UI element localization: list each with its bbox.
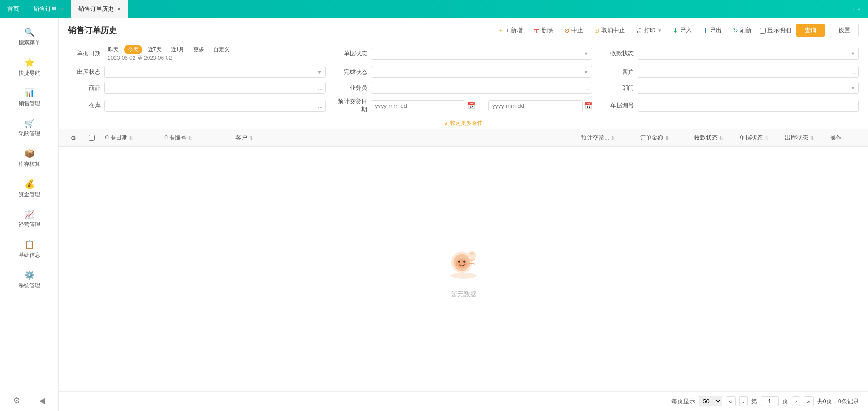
goods-label: 商品 xyxy=(68,84,104,92)
print-label: 打印 xyxy=(644,26,656,34)
date-tab-today[interactable]: 今天 xyxy=(124,45,142,54)
warehouse-dots-button[interactable]: ... xyxy=(317,102,323,109)
table-checkbox-col[interactable] xyxy=(82,129,101,146)
filter-row-3: 商品 ... 业务员 ... 部门 xyxy=(68,82,859,94)
filter-bill-number: 单据编号 xyxy=(601,97,859,114)
export-button[interactable]: ⬆ 导出 xyxy=(700,24,724,36)
sidebar-item-finance[interactable]: 💰 资金管理 xyxy=(0,174,58,204)
tab-sales-order[interactable]: 销售订单 × xyxy=(26,0,71,18)
out-status-select[interactable] xyxy=(104,66,326,78)
out-status-label: 出库状态 xyxy=(68,68,104,76)
sidebar-collapse-icon[interactable]: ◀ xyxy=(39,396,45,406)
cancel-stop-label: 取消中止 xyxy=(601,26,625,34)
inventory-icon: 📦 xyxy=(24,149,34,159)
last-page-button[interactable]: » xyxy=(804,396,813,406)
search-menu-icon: 🔍 xyxy=(24,27,34,37)
th-number-sort-icon[interactable]: ⇅ xyxy=(188,135,192,140)
tab-sales-history[interactable]: 销售订单历史 × xyxy=(71,0,128,18)
minimize-button[interactable]: — xyxy=(841,6,847,13)
topbar: 首页 销售订单 × 销售订单历史 × — □ × xyxy=(0,0,868,18)
tab-home[interactable]: 首页 xyxy=(0,0,26,18)
date-tab-7days[interactable]: 近7天 xyxy=(144,45,165,54)
import-button[interactable]: ⬇ 导入 xyxy=(670,24,695,36)
table-select-all[interactable] xyxy=(89,135,95,141)
date-tab-yesterday[interactable]: 昨天 xyxy=(104,45,122,54)
sidebar-item-purchase[interactable]: 🛒 采购管理 xyxy=(0,113,58,143)
current-page-input[interactable] xyxy=(761,396,779,406)
salesperson-dots-button[interactable]: ... xyxy=(584,84,590,92)
calendar-from-icon[interactable]: 📅 xyxy=(467,102,475,109)
delete-label: 删除 xyxy=(542,26,553,34)
sidebar-item-basic-info[interactable]: 📋 基础信息 xyxy=(0,234,58,265)
receipt-status-select[interactable] xyxy=(638,48,859,60)
calendar-to-icon[interactable]: 📅 xyxy=(585,102,592,109)
bill-status-select[interactable] xyxy=(371,48,592,60)
quick-nav-icon: ⭐ xyxy=(24,58,34,68)
goods-input[interactable] xyxy=(104,82,326,94)
sidebar-item-quick-nav[interactable]: ⭐ 快捷导航 xyxy=(0,52,58,82)
goods-dots-button[interactable]: ... xyxy=(317,84,323,92)
th-customer-label: 客户 xyxy=(235,134,247,142)
delete-button[interactable]: 🗑 删除 xyxy=(531,24,556,36)
settings-button[interactable]: 设置 xyxy=(830,24,859,37)
refresh-button[interactable]: ↻ 刷新 xyxy=(730,24,754,36)
delivery-date-from[interactable] xyxy=(371,100,465,111)
sidebar-item-sales[interactable]: 📊 销售管理 xyxy=(0,82,58,113)
date-tab-custom[interactable]: 自定义 xyxy=(210,45,233,54)
first-page-button[interactable]: « xyxy=(726,396,735,406)
sidebar-settings-icon[interactable]: ⚙ xyxy=(13,396,20,406)
th-payment-sort-icon[interactable]: ⇅ xyxy=(719,135,723,140)
per-page-label: 每页显示 xyxy=(671,397,695,406)
print-button[interactable]: 🖨 打印 ▼ xyxy=(633,24,665,36)
sidebar-item-quick-nav-label: 快捷导航 xyxy=(19,69,40,77)
sidebar-item-system-label: 系统管理 xyxy=(19,282,40,290)
maximize-button[interactable]: □ xyxy=(850,6,854,13)
stop-button[interactable]: ⊘ 中止 xyxy=(561,24,586,36)
date-tab-more[interactable]: 更多 xyxy=(190,45,208,54)
show-detail-label: 显示明细 xyxy=(767,26,791,34)
page-label: 第 xyxy=(751,397,757,406)
th-date-sort-icon[interactable]: ⇅ xyxy=(129,135,133,140)
cancel-stop-button[interactable]: ⊙ 取消中止 xyxy=(591,24,628,36)
bill-number-label: 单据编号 xyxy=(601,102,638,110)
next-page-button[interactable]: › xyxy=(792,396,800,406)
per-page-select[interactable]: 50 10 20 100 xyxy=(699,396,722,406)
salesperson-input-wrapper: ... xyxy=(371,82,592,94)
tab-sales-order-label: 销售订单 xyxy=(34,5,57,13)
prev-page-button[interactable]: ‹ xyxy=(739,396,748,406)
collapse-row[interactable]: ∧ 收起更多条件 xyxy=(68,117,859,127)
warehouse-input[interactable] xyxy=(104,100,326,112)
goods-input-wrapper: ... xyxy=(104,82,326,94)
bill-number-input[interactable] xyxy=(638,100,859,112)
date-tab-1month[interactable]: 近1月 xyxy=(167,45,188,54)
new-button[interactable]: ＋ + 新增 xyxy=(495,24,525,36)
window-close-button[interactable]: × xyxy=(857,6,861,13)
query-button[interactable]: 查询 xyxy=(796,24,825,37)
th-warehouse-sort-icon[interactable]: ⇅ xyxy=(810,135,814,140)
th-delivery: 预计交货... ⇅ xyxy=(577,129,636,146)
salesperson-input[interactable] xyxy=(371,82,592,94)
delivery-date-to[interactable] xyxy=(488,100,583,111)
sidebar-item-inventory[interactable]: 📦 库存核算 xyxy=(0,143,58,174)
show-detail-checkbox[interactable]: 显示明细 xyxy=(760,26,791,34)
complete-status-select[interactable] xyxy=(371,66,592,78)
table-settings-icon[interactable]: ⚙ xyxy=(71,135,76,141)
show-detail-input[interactable] xyxy=(760,28,766,34)
th-customer-sort-icon[interactable]: ⇅ xyxy=(249,135,253,140)
delivery-date-label: 预计交货日期 xyxy=(335,97,371,114)
collapse-label: 收起更多条件 xyxy=(450,119,483,127)
tab-sales-order-close[interactable]: × xyxy=(61,6,64,12)
sidebar-item-system[interactable]: ⚙️ 系统管理 xyxy=(0,265,58,295)
customer-input[interactable] xyxy=(638,66,859,78)
th-status-sort-icon[interactable]: ⇅ xyxy=(765,135,768,140)
sidebar-item-operation[interactable]: 📈 经营管理 xyxy=(0,204,58,234)
tab-sales-history-close[interactable]: × xyxy=(117,6,120,12)
sidebar-item-search-menu[interactable]: 🔍 搜索菜单 xyxy=(0,22,58,52)
th-amount-sort-icon[interactable]: ⇅ xyxy=(665,135,669,140)
bill-date-label: 单据日期 xyxy=(68,49,104,58)
customer-dots-button[interactable]: ... xyxy=(851,68,856,76)
table-settings-col[interactable]: ⚙ xyxy=(64,129,82,146)
filter-delivery-date: 预计交货日期 📅 — 📅 xyxy=(335,97,592,114)
dept-select[interactable] xyxy=(638,82,859,94)
th-delivery-sort-icon[interactable]: ⇅ xyxy=(611,135,615,140)
